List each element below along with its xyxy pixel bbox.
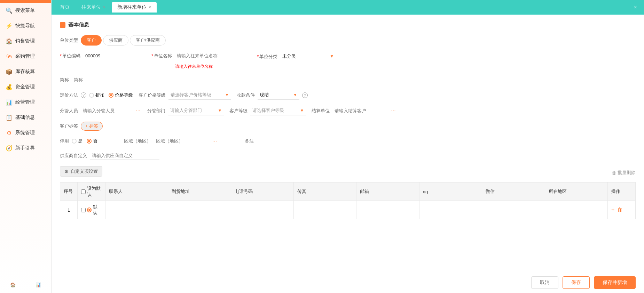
th-phone: 电话号码 [231, 182, 293, 201]
fax-input[interactable] [297, 206, 353, 214]
th-action: 操作 [608, 182, 636, 201]
category-dropdown-icon: ▼ [330, 54, 334, 59]
sidebar-item-label: 销售管理 [15, 38, 35, 44]
sidebar-item-guide[interactable]: 🧭 新手引导 [0, 140, 51, 156]
radio-discount[interactable]: 折扣 [89, 92, 104, 98]
unit-name-label: 单位名称 [151, 53, 172, 59]
compass-icon: 🧭 [6, 145, 13, 152]
unit-code-input[interactable] [83, 52, 146, 60]
section-header-basic: 基本信息 [60, 22, 636, 28]
radio-price-level[interactable]: 价格等级 [109, 92, 133, 98]
customer-level-label: 客户等级 [229, 108, 248, 114]
short-name-item: 简称 [60, 76, 141, 84]
radio-yes[interactable]: 是 [72, 138, 83, 144]
td-email [356, 201, 419, 219]
sidebar-bottom: 🏠 📊 [0, 276, 51, 293]
tab-home[interactable]: 首页 [54, 2, 75, 13]
sidebar-item-label: 库存核算 [15, 68, 35, 75]
add-tag-button[interactable]: + 标签 [81, 122, 103, 131]
form-row-pricing: 定价方法 ? 折扣 价格等级 客户价格等级 请选择客户价格等级 [60, 90, 636, 100]
region-input[interactable] [154, 137, 210, 145]
sidebar-item-system[interactable]: ⚙ 系统管理 [0, 125, 51, 140]
td-address [168, 201, 231, 219]
radio-no-label: 否 [93, 138, 97, 144]
add-row-btn[interactable]: + [611, 207, 614, 213]
contact-input[interactable] [109, 206, 164, 214]
tab-new-partner-close[interactable]: × [149, 5, 151, 10]
payment-terms-select[interactable]: 现结 ▼ [258, 90, 299, 100]
tab-bar-close[interactable]: × [630, 4, 641, 10]
radio-yes-label: 是 [78, 138, 83, 144]
tab-partners[interactable]: 往来单位 × [76, 2, 111, 13]
settlement-unit-input[interactable] [332, 107, 388, 115]
pricing-method-item: 定价方法 ? 折扣 价格等级 [60, 92, 133, 98]
contact-table: 序号 设为默认 联系人 到货地址 电话号码 传真 邮箱 qq [60, 182, 636, 219]
region-input-group: ··· [154, 137, 218, 145]
sidebar-item-finance[interactable]: 💰 资金管理 [0, 79, 51, 95]
phone-input[interactable] [235, 206, 290, 214]
settings-icon: ⚙ [64, 169, 69, 174]
qq-input[interactable] [423, 206, 479, 214]
manager-input[interactable] [81, 107, 133, 115]
tab-partners-label: 往来单位 [81, 4, 101, 10]
email-input[interactable] [360, 206, 415, 214]
unit-code-item: 单位编码 [60, 52, 146, 60]
pricing-help-icon[interactable]: ? [81, 92, 86, 98]
sidebar-top-bar [0, 0, 51, 3]
sidebar-item-sales[interactable]: 🏠 销售管理 [0, 33, 51, 49]
unit-btn-customer[interactable]: 客户 [81, 35, 102, 46]
region-more-btn[interactable]: ··· [211, 138, 218, 144]
radio-no-circle [87, 139, 92, 144]
sidebar-item-inventory[interactable]: 📦 库存核算 [0, 64, 51, 79]
radio-discount-label: 折扣 [95, 92, 104, 98]
default-radio[interactable]: 默认 [87, 204, 102, 216]
custom-settings-label: 自定义项设置 [71, 168, 98, 174]
address-input[interactable] [172, 206, 227, 214]
sidebar-item-label: 基础信息 [15, 114, 35, 121]
td-default: 默认 [78, 201, 105, 219]
unit-btn-supplier[interactable]: 供应商 [103, 35, 128, 46]
customer-level-select[interactable]: 请选择客户等级 ▼ [250, 106, 306, 115]
sidebar-item-quick-nav[interactable]: ⚡ 快捷导航 [0, 18, 51, 33]
radio-no[interactable]: 否 [87, 138, 97, 144]
sidebar-item-basic-info[interactable]: 📋 基础信息 [0, 110, 51, 125]
select-all-checkbox[interactable] [81, 189, 86, 194]
radio-price-level-circle [109, 93, 113, 98]
tab-home-label: 首页 [60, 4, 70, 10]
td-contact [105, 201, 168, 219]
manager-more-btn[interactable]: ··· [134, 108, 142, 114]
settlement-more-btn[interactable]: ··· [390, 108, 397, 114]
department-select[interactable]: 请输入分管部门 ▼ [168, 106, 224, 115]
customer-price-level-select[interactable]: 请选择客户价格等级 ▼ [168, 90, 231, 100]
save-button[interactable]: 保存 [563, 276, 590, 289]
sidebar-stats-icon[interactable]: 📊 [33, 279, 44, 290]
tab-partners-close[interactable]: × [103, 5, 105, 10]
payment-help-icon[interactable]: ? [302, 92, 308, 98]
row-checkbox[interactable] [81, 208, 86, 212]
save-and-new-button[interactable]: 保存并新增 [594, 276, 636, 289]
region-table-input[interactable] [549, 206, 604, 214]
tab-new-partner[interactable]: 新增往来单位 × [112, 2, 157, 13]
sidebar-item-purchase[interactable]: 🛍 采购管理 [0, 49, 51, 64]
department-label: 分管部门 [147, 108, 165, 114]
wechat-input[interactable] [486, 206, 541, 214]
sidebar-item-label: 新手引导 [15, 145, 35, 151]
sidebar-home-icon[interactable]: 🏠 [7, 279, 18, 290]
sidebar-item-operation[interactable]: 📊 经营管理 [0, 95, 51, 110]
form-row-supplier-custom: 供应商自定义 [60, 152, 636, 160]
delete-row-btn[interactable]: 🗑 [617, 207, 623, 213]
customer-price-level-label: 客户价格等级 [139, 92, 166, 98]
unit-btn-both[interactable]: 客户/供应商 [130, 35, 166, 46]
unit-category-item: 单位分类 未分类 ▼ [257, 52, 336, 61]
custom-settings-button[interactable]: ⚙ 自定义项设置 [60, 166, 102, 177]
cancel-button[interactable]: 取消 [531, 276, 558, 289]
remark-input[interactable] [257, 137, 340, 145]
sidebar-item-search[interactable]: 🔍 搜索菜单 [0, 3, 51, 18]
unit-name-error: 请输入往来单位名称 [175, 64, 213, 70]
batch-delete-button[interactable]: 🗑 批量删除 [612, 170, 636, 176]
unit-name-input[interactable] [175, 52, 251, 60]
short-name-input[interactable] [72, 76, 141, 84]
sidebar-item-label: 快捷导航 [15, 23, 35, 29]
supplier-custom-input[interactable] [90, 152, 159, 160]
unit-category-select[interactable]: 未分类 ▼ [280, 52, 336, 61]
